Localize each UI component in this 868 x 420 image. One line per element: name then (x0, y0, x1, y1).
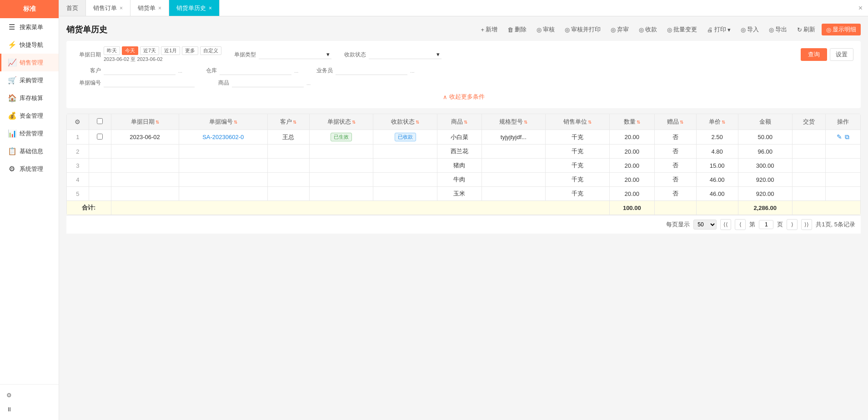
page-title: 销货单历史 (66, 24, 477, 35)
th-gift: 赠品⇅ (654, 114, 696, 130)
sort-gift[interactable]: 赠品⇅ (667, 118, 683, 126)
sort-order-no[interactable]: 单据编号⇅ (209, 118, 237, 126)
sidebar-item-finance[interactable]: 💰 资金管理 (0, 107, 59, 125)
row-gift: 否 (654, 187, 696, 201)
table-settings-icon[interactable]: ⚙ (75, 118, 80, 125)
sort-spec[interactable]: 规格型号⇅ (499, 118, 527, 126)
print-button[interactable]: 🖨 打印 ▾ (703, 24, 734, 35)
sidebar-pause-btn[interactable]: ⏸ (0, 402, 59, 416)
row-unit: 千克 (546, 130, 610, 145)
row-customer (267, 159, 309, 173)
row-order-status (309, 173, 373, 187)
date-range-value: 2023-06-02 至 2023-06-02 (104, 56, 221, 63)
date-btn-7days[interactable]: 近7天 (140, 46, 159, 55)
batch-change-button[interactable]: ◎ 批量变更 (663, 24, 701, 35)
sidebar-item-sales-mgmt[interactable]: 📈 销售管理 (0, 54, 59, 71)
search-menu-icon: ☰ (8, 23, 16, 31)
sort-quantity[interactable]: 数量⇅ (624, 118, 640, 126)
tab-sales-order-label: 销售订单 (93, 4, 117, 12)
payment-status-badge: 已收款 (395, 133, 416, 141)
row-order-no: SA-20230602-0 (179, 130, 267, 145)
import-button[interactable]: ◎ 导入 (737, 24, 763, 35)
tab-home[interactable]: 首页 (59, 0, 86, 16)
row-transaction (792, 173, 825, 187)
date-btn-1month[interactable]: 近1月 (161, 46, 180, 55)
tab-sales-order[interactable]: 销售订单 × (86, 0, 130, 16)
row-quantity: 20.00 (609, 130, 654, 145)
page-first-btn[interactable]: ⟨⟨ (720, 219, 731, 230)
finance-icon: 💰 (8, 111, 16, 120)
sort-goods[interactable]: 商品⇅ (451, 118, 467, 126)
row-copy-icon[interactable]: ⧉ (845, 133, 849, 141)
tab-sales-goods[interactable]: 销货单 × (130, 0, 169, 16)
sidebar-item-purchase-mgmt[interactable]: 🛒 采购管理 (0, 71, 59, 89)
page-size-select[interactable]: 20 50 100 (693, 220, 717, 230)
new-button[interactable]: + 新增 (477, 24, 501, 35)
page-last-btn[interactable]: ⟩⟩ (801, 219, 812, 230)
row-edit-icon[interactable]: ✎ (837, 133, 842, 141)
settings-filter-button[interactable]: 设置 (830, 48, 853, 61)
goods-input[interactable] (232, 79, 304, 87)
th-price: 单价⇅ (696, 114, 738, 130)
th-transaction-label: 交货 (803, 118, 815, 125)
sort-date[interactable]: 单据日期⇅ (131, 118, 159, 126)
staff-input[interactable] (336, 66, 407, 75)
payment-select[interactable]: ▾ (369, 50, 442, 59)
row-order-no (179, 159, 267, 173)
sort-price[interactable]: 单价⇅ (709, 118, 725, 126)
row-payment-status (373, 159, 437, 173)
tab-sales-history[interactable]: 销货单历史 × (169, 0, 220, 16)
pagination-bar: 每页显示 20 50 100 ⟨⟨ ⟨ 第 页 ⟩ ⟩⟩ 共1页, 5条记录 (66, 215, 861, 234)
query-button[interactable]: 查询 (801, 48, 827, 61)
sidebar-item-inventory[interactable]: 🏠 库存核算 (0, 89, 59, 107)
row-spec: tyjyjtyjdf... (482, 130, 546, 145)
audit-button[interactable]: ◎ 审核 (533, 24, 558, 35)
delete-button[interactable]: 🗑 删除 (504, 24, 530, 35)
warehouse-picker-btn[interactable]: ... (294, 68, 298, 74)
sort-order-status[interactable]: 单据状态⇅ (327, 118, 356, 126)
th-settings[interactable]: ⚙ (67, 114, 89, 130)
tab-sales-order-close[interactable]: × (120, 5, 123, 11)
receive-button[interactable]: ◎ 收款 (635, 24, 661, 35)
page-prev-btn[interactable]: ⟨ (735, 219, 746, 230)
sidebar-item-operations[interactable]: 📊 经营管理 (0, 125, 59, 142)
sort-customer-icon: ⇅ (293, 120, 296, 125)
sort-unit[interactable]: 销售单位⇅ (563, 118, 592, 126)
sort-customer[interactable]: 客户⇅ (280, 118, 296, 126)
refresh-button[interactable]: ↻ 刷新 (793, 24, 819, 35)
abandon-button[interactable]: ◎ 弃审 (607, 24, 632, 35)
tab-sales-history-close[interactable]: × (209, 5, 212, 11)
date-btn-custom[interactable]: 自定义 (200, 46, 221, 55)
audit-print-button[interactable]: ◎ 审核并打印 (561, 24, 604, 35)
row-select-checkbox[interactable] (97, 134, 103, 140)
sort-payment-status[interactable]: 收款状态⇅ (391, 118, 419, 126)
page-next-btn[interactable]: ⟩ (787, 219, 798, 230)
date-btn-more[interactable]: 更多 (182, 46, 198, 55)
filter-type: 单据类型 ▾ (229, 50, 331, 59)
customer-picker-btn[interactable]: ... (178, 68, 182, 74)
goods-picker-btn[interactable]: ... (306, 80, 311, 86)
select-all-checkbox[interactable] (97, 118, 103, 124)
sidebar-item-quick-nav[interactable]: ⚡ 快捷导航 (0, 36, 59, 54)
page-number-input[interactable] (759, 220, 773, 229)
th-order-status-label: 单据状态 (327, 118, 351, 126)
show-detail-icon: ◎ (826, 26, 831, 33)
export-button[interactable]: ◎ 导出 (765, 24, 791, 35)
customer-input[interactable] (104, 66, 176, 75)
show-detail-button[interactable]: ◎ 显示明细 (822, 24, 861, 35)
collapse-filter-btn[interactable]: ∧ 收起更多条件 (74, 91, 853, 103)
sidebar-item-search-menu[interactable]: ☰ 搜索菜单 (0, 18, 59, 36)
tab-close-all-btn[interactable]: × (853, 4, 868, 12)
type-select[interactable]: ▾ (259, 50, 331, 59)
order-no-input[interactable] (104, 79, 195, 87)
warehouse-input[interactable] (220, 66, 291, 75)
tab-sales-goods-close[interactable]: × (158, 5, 161, 11)
sidebar-item-sys-mgmt[interactable]: ⚙ 系统管理 (0, 160, 59, 178)
th-goods: 商品⇅ (437, 114, 482, 130)
sidebar-settings-btn[interactable]: ⚙ (0, 388, 59, 402)
date-btn-today[interactable]: 今天 (122, 46, 138, 55)
row-gift: 否 (654, 145, 696, 159)
date-btn-yesterday[interactable]: 昨天 (104, 46, 120, 55)
staff-picker-btn[interactable]: ... (410, 68, 414, 74)
sidebar-item-basic-info[interactable]: 📋 基础信息 (0, 142, 59, 160)
